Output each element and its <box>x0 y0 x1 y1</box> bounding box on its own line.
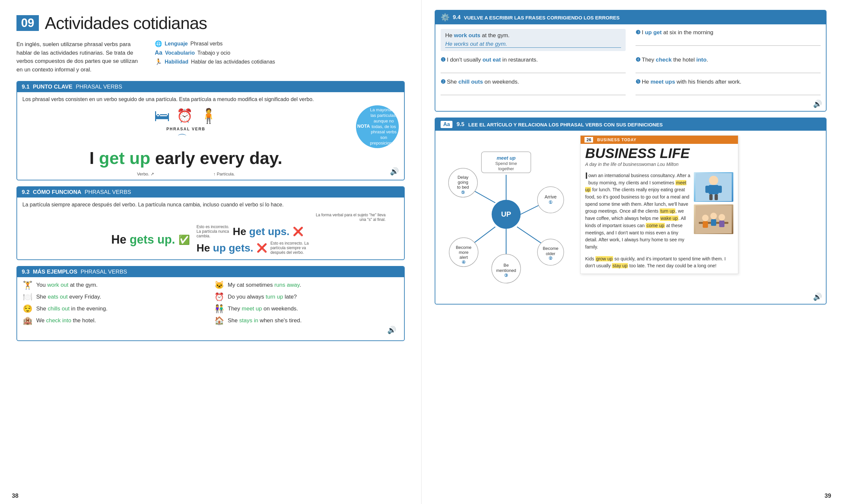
example-correct: He works out at the gym. <box>445 41 621 48</box>
section-92-box: 9.2 CÓMO FUNCIONA PHRASAL VERBS La partí… <box>16 186 405 260</box>
section-94-header: ⚙️ 9.4 VUELVE A ESCRIBIR LAS FRASES CORR… <box>435 11 826 24</box>
dining-icon: 🍽️ <box>22 292 33 302</box>
section-95-title: LEE EL ARTÍCULO Y RELACIONA LOS PHRASAL … <box>468 122 663 127</box>
wrong1-sentence: He get ups. <box>233 226 289 238</box>
mindmap-area: UP Arrive ① Become older ② Be <box>438 135 577 288</box>
section-94-box: ⚙️ 9.4 VUELVE A ESCRIBIR LAS FRASES CORR… <box>435 10 827 112</box>
exercise-4-text: ❹They check the hotel into. <box>635 56 821 63</box>
section-92-desc1: La partícula siempre aparece después del… <box>22 201 399 209</box>
exercise-2-line <box>441 87 626 95</box>
correct-example: He gets up. ✅ <box>111 233 190 247</box>
svg-text:Arrive: Arrive <box>545 194 557 199</box>
list-item: 🏋️ You work out at the gym. <box>22 281 208 290</box>
cat-icon: 🐱 <box>214 281 225 290</box>
chapter-number: 09 <box>16 15 39 31</box>
section-91-body: Los phrasal verbs consisten en un verbo … <box>17 92 404 180</box>
highlight-wake-up: wake up <box>660 216 678 221</box>
example-box: He work outs at the gym. He works out at… <box>441 29 626 51</box>
list-item: 😌 She chills out in the evening. <box>22 304 208 313</box>
section-92-number: 9.2 <box>22 189 30 196</box>
audio-button-91[interactable]: 🔊 <box>390 167 399 176</box>
svg-text:together: together <box>498 166 514 171</box>
top-node-label: meet up <box>497 155 516 161</box>
chapter-title: Actividades cotidianas <box>45 13 207 33</box>
labels-row: Verbo. ↗ ↑ Partícula. <box>137 172 235 177</box>
svg-text:mentioned: mentioned <box>496 268 516 273</box>
svg-rect-39 <box>703 221 708 228</box>
article-image-1 <box>694 172 733 202</box>
svg-text:Become: Become <box>456 245 471 250</box>
audio-button-93[interactable]: 🔊 <box>387 326 396 335</box>
article-issue: 26 <box>585 137 593 143</box>
svg-text:to bed: to bed <box>457 185 469 190</box>
article-content: I own an international business consulta… <box>580 169 738 255</box>
dropcap: I <box>585 172 588 179</box>
exercise-1-line <box>441 65 626 73</box>
svg-text:Delay: Delay <box>458 175 469 180</box>
exercise-1-text: ❶I don't usually out eat in restaurants. <box>441 56 626 63</box>
brace-icon: ⌒ <box>177 132 195 145</box>
section-93-subtitle: PHRASAL VERBS <box>81 269 127 275</box>
article-top-bar: 26 BUSINESS TODAY <box>580 136 738 144</box>
left-page: 09 Actividades cotidianas En inglés, sue… <box>0 0 422 504</box>
annotation-row: La forma verbal para el sujeto "he" llev… <box>22 213 385 222</box>
article-pub: BUSINESS TODAY <box>597 138 636 142</box>
aa-badge: Aa <box>441 121 452 128</box>
section-91-number: 9.1 <box>22 84 30 90</box>
page-number-left: 38 <box>12 492 18 499</box>
wrong1-note: Esto es incorrecto. La partícula nunca c… <box>197 224 230 238</box>
svg-point-42 <box>719 214 725 220</box>
exercise-4-line <box>635 65 821 73</box>
svg-text:①: ① <box>549 200 553 205</box>
exercise-94-item: ❸I up get at six in the morning <box>635 29 821 51</box>
exercise-94-item: ❷She chill outs on weekends. <box>441 78 626 95</box>
exercise-5-line <box>635 87 821 95</box>
svg-text:older: older <box>546 251 556 256</box>
article-text-col2: Kids grow up so quickly, and it's import… <box>580 255 738 273</box>
center-label: UP <box>501 210 512 218</box>
meta-skill: 🏃 Habilidad Hablar de las actividades co… <box>155 58 275 66</box>
article-text-col1: I own an international business consulta… <box>585 172 690 251</box>
section-95-header: Aa 9.5 LEE EL ARTÍCULO Y RELACIONA LOS P… <box>435 118 826 131</box>
section-95-body: UP Arrive ① Become older ② Be <box>435 131 826 293</box>
wrong-examples: Esto es incorrecto. La partícula nunca c… <box>197 224 310 255</box>
clock-person-icon: ⏰ <box>214 292 225 302</box>
wrong2-note: Esto es incorrecto. La partícula siempre… <box>270 241 310 255</box>
list-item: 🍽️ She eats out every Friday. <box>22 292 208 302</box>
section-95-number: 9.5 <box>456 121 464 128</box>
highlight-turn-up: turn up <box>660 209 676 214</box>
svg-text:more: more <box>459 250 469 255</box>
cross2-icon: ❌ <box>256 243 267 253</box>
svg-text:⑤: ⑤ <box>461 190 465 195</box>
bed-icon: 🛏 <box>154 107 170 125</box>
svg-rect-35 <box>715 194 718 200</box>
phrasal-verb-label: PHRASAL VERB <box>166 127 205 131</box>
article-area: 26 BUSINESS TODAY BUSINESS LIFE A day in… <box>577 135 823 288</box>
intro-text: En inglés, suelen utilizarse phrasal ver… <box>16 40 142 74</box>
main-example-sentence: I get up early every day. <box>90 149 283 167</box>
section-94-number: 9.4 <box>453 14 461 21</box>
section-91-subtitle: PHRASAL VERBS <box>76 84 122 90</box>
wrong1-row: Esto es incorrecto. La partícula nunca c… <box>197 224 310 238</box>
svg-text:alert: alert <box>459 255 468 260</box>
section-94-body: He work outs at the gym. He works out at… <box>435 24 826 100</box>
section-91-box: 9.1 PUNTO CLAVE PHRASAL VERBS Los phrasa… <box>16 81 405 180</box>
svg-text:④: ④ <box>462 260 466 265</box>
highlight-grow-up: grow up <box>595 256 613 262</box>
audio-button-95[interactable]: 🔊 <box>813 293 822 301</box>
check-icon: ✅ <box>178 234 190 245</box>
svg-point-30 <box>709 176 718 185</box>
svg-rect-32 <box>705 186 709 193</box>
clock-icon: ⏰ <box>177 108 193 123</box>
article-card: 26 BUSINESS TODAY BUSINESS LIFE A day in… <box>580 135 738 274</box>
audio-button-94[interactable]: 🔊 <box>813 100 822 108</box>
page-number-right: 39 <box>825 492 831 499</box>
annotation-text: La forma verbal para el sujeto "he" llev… <box>313 213 385 222</box>
svg-rect-33 <box>718 186 722 193</box>
section-94-title: VUELVE A ESCRIBIR LAS FRASES CORRIGIENDO… <box>464 15 620 20</box>
svg-rect-34 <box>709 194 713 200</box>
list-item: 🏨 We check into the hotel. <box>22 316 208 325</box>
section-92-body: La partícula siempre aparece después del… <box>17 198 404 259</box>
svg-rect-41 <box>711 219 716 226</box>
friends-icon: 👫 <box>214 304 225 313</box>
